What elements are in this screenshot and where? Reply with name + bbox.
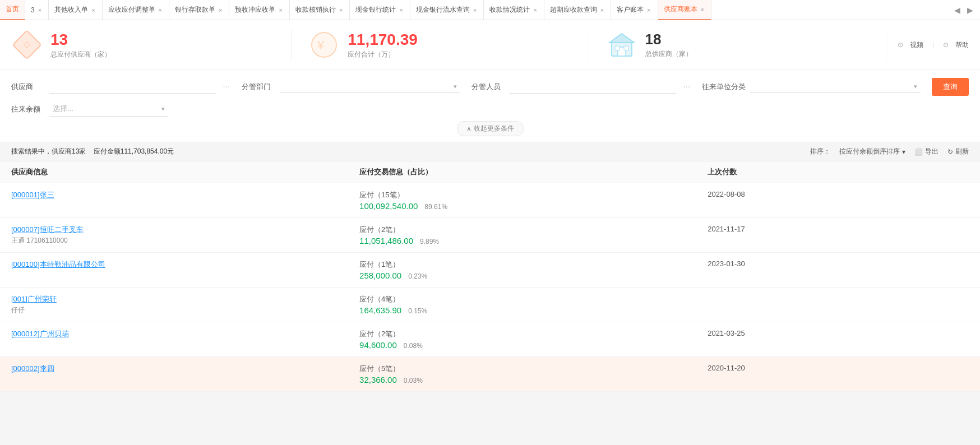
export-icon: ⬜ <box>914 148 923 156</box>
nav-tab-supplier-account[interactable]: 供应商账本 × <box>658 0 711 20</box>
pay-amount[interactable]: 100,092,540.00 <box>359 201 418 211</box>
nav-tab-customer-account[interactable]: 客户账本 × <box>611 0 658 20</box>
pay-amount[interactable]: 164,635.90 <box>359 305 401 315</box>
pay-label: 应付（15笔） <box>359 190 708 200</box>
nav-tab-3[interactable]: 3 × <box>25 0 49 20</box>
nav-tab-home-label: 首页 <box>6 4 19 14</box>
stat-block-suppliers: ◇ 13 总应付供应商（家） <box>11 29 292 61</box>
stat-block-amount: ¥ 11,170.39 应付合计（万） <box>292 29 589 61</box>
export-label: 导出 <box>925 147 939 156</box>
pay-info-cell: 应付（5笔） 32,366.00 0.03% <box>359 364 708 384</box>
supplier-link[interactable]: [000100]本特勒油品有限公司 <box>11 259 359 270</box>
supplier-input[interactable] <box>49 80 216 94</box>
dept-select[interactable]: ▾ <box>280 81 461 93</box>
nav-left-arrow[interactable]: ◀ <box>951 3 964 17</box>
close-icon[interactable]: × <box>646 6 651 15</box>
pay-label: 应付（2笔） <box>359 329 708 339</box>
nav-tab-cash-bank-flow[interactable]: 现金银行流水查询 × <box>410 0 484 20</box>
supplier-link[interactable]: [000012]广州贝瑞 <box>11 329 359 339</box>
help-link[interactable]: 帮助 <box>955 40 969 50</box>
stat-total-label: 总供应商（家） <box>645 49 692 59</box>
sort-select[interactable]: 按应付余额倒序排序 ▾ <box>839 147 905 156</box>
balance-select[interactable]: 选择... ▾ <box>49 101 168 117</box>
nav-tab-home[interactable]: 首页 <box>0 0 25 20</box>
pay-amount[interactable]: 32,366.00 <box>359 375 397 384</box>
nav-tab-overdue-query[interactable]: 超期应收款查询 × <box>544 0 611 20</box>
pay-pct: 0.08% <box>404 342 423 350</box>
pay-amount[interactable]: 11,051,486.00 <box>359 236 413 245</box>
nav-tab-cash-bank-stats-label: 现金银行统计 <box>355 5 396 15</box>
svg-rect-8 <box>624 46 628 50</box>
pay-row: 32,366.00 0.03% <box>359 374 708 384</box>
dept-dropdown-icon: ▾ <box>454 83 457 90</box>
close-icon[interactable]: × <box>158 6 163 15</box>
header-actions: ⊙ 视频 | ⊙ 帮助 <box>886 40 969 50</box>
supplier-info-cell: [001]广州荣轩 仔仔 <box>11 294 359 315</box>
video-link[interactable]: 视频 <box>910 40 923 50</box>
category-dropdown-icon: ▾ <box>914 83 917 90</box>
pay-amount[interactable]: 258,000.00 <box>359 271 401 280</box>
person-filter-label: 分管人员 <box>471 82 505 92</box>
result-text2: 应付金额111,703,854.00元 <box>94 147 174 155</box>
collapse-button[interactable]: ∧ 收起更多条件 <box>457 121 524 136</box>
nav-tab-bank-deposit[interactable]: 银行存取款单 × <box>169 0 229 20</box>
pay-amount[interactable]: 94,600.00 <box>359 340 397 350</box>
stat-amount-info: 11,170.39 应付合计（万） <box>348 30 418 60</box>
stat-total-info: 18 总供应商（家） <box>645 31 692 59</box>
supplier-link[interactable]: [001]广州荣轩 <box>11 294 359 304</box>
nav-tab-ap-adjust[interactable]: 应收应付调整单 × <box>103 0 169 20</box>
nav-tab-advance-collect-label: 预收冲应收单 <box>235 5 275 15</box>
nav-tab-advance-collect[interactable]: 预收冲应收单 × <box>229 0 289 20</box>
close-icon[interactable]: × <box>278 6 283 15</box>
refresh-button[interactable]: ↻ 刷新 <box>947 147 969 156</box>
pay-row: 94,600.00 0.08% <box>359 339 708 350</box>
supplier-link[interactable]: [000001]张三 <box>11 190 359 200</box>
sort-dropdown-icon: ▾ <box>902 148 905 156</box>
nav-tab-collection-stats[interactable]: 收款情况统计 × <box>484 0 544 20</box>
supplier-more-icon[interactable]: ··· <box>223 82 230 92</box>
supplier-info-cell: [000100]本特勒油品有限公司 <box>11 259 359 270</box>
pay-row: 258,000.00 0.23% <box>359 270 708 280</box>
nav-tab-collection-stats-label: 收款情况统计 <box>489 5 530 15</box>
table-row: [000002]李四 应付（5笔） 32,366.00 0.03% 2020-1… <box>0 357 980 392</box>
supplier-link[interactable]: [000007]恒旺二手叉车 <box>11 225 359 235</box>
stat-amount-number: 11,170.39 <box>348 30 418 49</box>
pay-info-cell: 应付（2笔） 11,051,486.00 9.89% <box>359 225 708 245</box>
pay-label: 应付（4笔） <box>359 294 708 304</box>
nav-right-arrow[interactable]: ▶ <box>964 3 977 17</box>
last-pay-date: 2022-08-08 <box>708 190 745 198</box>
stat-suppliers-label: 总应付供应商（家） <box>50 50 111 59</box>
nav-tab-supplier-account-label: 供应商账本 <box>664 4 697 14</box>
col-header-pay-info: 应付交易信息（占比） <box>359 167 708 177</box>
category-select[interactable]: ▾ <box>750 81 921 93</box>
nav-arrows: ◀ ▶ <box>947 3 980 17</box>
last-pay-cell: 2020-11-20 <box>708 364 969 372</box>
close-icon[interactable]: × <box>599 6 605 15</box>
export-button[interactable]: ⬜ 导出 <box>914 147 939 156</box>
close-icon[interactable]: × <box>532 6 538 15</box>
last-pay-date: 2023-01-30 <box>708 259 745 268</box>
supplier-link[interactable]: [000002]李四 <box>11 364 359 374</box>
close-icon[interactable]: × <box>700 5 705 14</box>
stat-block-total: 18 总供应商（家） <box>589 29 886 61</box>
divider: | <box>932 41 934 49</box>
close-icon[interactable]: × <box>90 6 96 15</box>
search-button[interactable]: 查询 <box>932 78 969 96</box>
sort-label: 排序： <box>810 147 830 156</box>
close-icon[interactable]: × <box>398 6 404 15</box>
col-header-last-pay: 上次付数 <box>708 167 969 177</box>
filter-person: 分管人员 ··· <box>471 80 691 94</box>
pay-label: 应付（2笔） <box>359 225 708 235</box>
nav-tab-cash-bank-stats[interactable]: 现金银行统计 × <box>350 0 410 20</box>
close-icon[interactable]: × <box>37 6 43 15</box>
nav-tab-collection-verify[interactable]: 收款核销执行 × <box>290 0 350 20</box>
person-more-icon[interactable]: ··· <box>683 82 690 92</box>
close-icon[interactable]: × <box>472 6 478 15</box>
balance-dropdown-icon: ▾ <box>161 105 165 113</box>
collapse-up-icon: ∧ <box>466 125 471 133</box>
nav-tab-other-income[interactable]: 其他收入单 × <box>49 0 102 20</box>
close-icon[interactable]: × <box>218 6 223 15</box>
stat-suppliers-info: 13 总应付供应商（家） <box>50 30 111 60</box>
person-input[interactable] <box>510 80 676 94</box>
close-icon[interactable]: × <box>338 6 344 15</box>
